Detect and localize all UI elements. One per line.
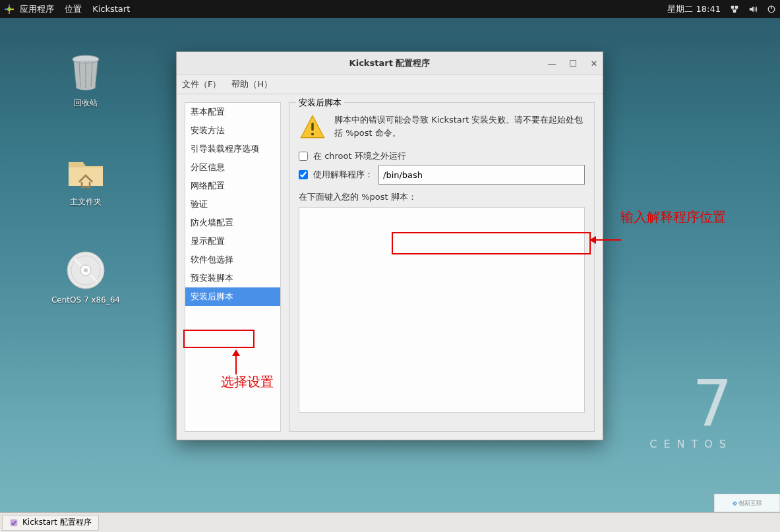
sidebar-item-3[interactable]: 分区信息 [185,158,280,177]
svg-point-20 [311,133,314,135]
minimize-button[interactable]: — [547,59,556,68]
taskbar-item-kickstart[interactable]: Kickstart 配置程序 [2,515,99,531]
sidebar-item-10[interactable]: 安装后脚本 [185,287,280,306]
warning-text: 脚本中的错误可能会导致 Kickstart 安装失败。请不要在起始处包括 %po… [334,113,585,141]
svg-rect-2 [11,9,14,10]
menu-help[interactable]: 帮助（H） [231,78,272,90]
svg-point-0 [7,7,11,11]
places-menu[interactable]: 位置 [65,3,82,15]
volume-icon[interactable] [748,5,758,14]
distro-icon [4,4,15,15]
svg-rect-5 [731,5,734,8]
chk-outside-chroot[interactable] [299,152,308,161]
taskbar: Kickstart 配置程序 [0,512,780,532]
warning-icon [299,113,326,141]
close-button[interactable]: ✕ [589,59,599,68]
interpreter-input[interactable] [378,165,585,185]
sidebar-item-7[interactable]: 显示配置 [185,232,280,251]
apps-menu-label: 应用程序 [20,4,54,14]
window-titlebar[interactable]: Kickstart 配置程序 — ☐ ✕ [177,52,603,74]
desktop-trash[interactable]: 回收站 [46,51,125,109]
trash-icon [65,51,107,94]
post-script-textarea[interactable] [299,207,585,413]
power-icon[interactable] [767,5,776,14]
svg-rect-25 [11,519,18,526]
svg-rect-4 [9,11,10,14]
sidebar-item-0[interactable]: 基本配置 [185,103,280,121]
window-title: Kickstart 配置程序 [177,57,603,69]
panel-legend: 安装后脚本 [296,97,344,109]
chk-use-interpreter-label: 使用解释程序： [313,169,373,181]
sidebar-item-5[interactable]: 验证 [185,195,280,214]
svg-rect-19 [311,123,314,131]
desktop-disc-label: CentOS 7 x86_64 [46,295,125,305]
app-icon [9,518,18,527]
sidebar-item-6[interactable]: 防火墙配置 [185,214,280,232]
active-app[interactable]: Kickstart [92,4,130,14]
menubar: 文件（F） 帮助（H） [177,74,603,94]
network-icon[interactable] [730,5,739,14]
taskbar-item-label: Kickstart 配置程序 [22,517,92,528]
svg-rect-3 [9,5,10,7]
top-panel: 应用程序 位置 Kickstart 星期二 18:41 [0,0,780,18]
chk-use-interpreter[interactable] [299,170,308,179]
wallpaper-logo: 7 CENTOS [649,372,733,450]
svg-rect-6 [735,5,738,8]
menu-file[interactable]: 文件（F） [182,78,221,90]
apps-menu[interactable]: 应用程序 [4,3,54,15]
maximize-button[interactable]: ☐ [568,59,578,68]
kickstart-window: Kickstart 配置程序 — ☐ ✕ 文件（F） 帮助（H） 基本配置安装方… [176,51,603,440]
sidebar-item-2[interactable]: 引导装载程序选项 [185,140,280,158]
desktop-trash-label: 回收站 [46,98,125,109]
sidebar-item-8[interactable]: 软件包选择 [185,251,280,269]
content-panel: 安装后脚本 脚本中的错误可能会导致 Kickstart 安装失败。请不要在起始处… [289,102,595,432]
chk-outside-chroot-row[interactable]: 在 chroot 环境之外运行 [299,150,585,162]
desktop-home-label: 主文件夹 [46,196,125,208]
sidebar-item-4[interactable]: 网络配置 [185,177,280,195]
sidebar-item-1[interactable]: 安装方法 [185,121,280,140]
annotation-input-hint: 输入解释程序位置 [620,208,726,226]
svg-rect-1 [5,9,7,10]
desktop-disc[interactable]: CentOS 7 x86_64 [46,249,125,305]
folder-home-icon [65,150,107,192]
sidebar-item-9[interactable]: 预安装脚本 [185,269,280,287]
disc-icon [65,249,107,291]
chk-outside-chroot-label: 在 chroot 环境之外运行 [313,150,406,162]
svg-point-18 [84,268,88,272]
post-script-label: 在下面键入您的 %post 脚本： [299,191,585,203]
desktop-home[interactable]: 主文件夹 [46,150,125,208]
sidebar: 基本配置安装方法引导装载程序选项分区信息网络配置验证防火墙配置显示配置软件包选择… [185,102,281,432]
watermark: ⟐ 创新互联 [714,494,780,512]
clock[interactable]: 星期二 18:41 [667,3,721,15]
svg-rect-9 [771,5,771,9]
